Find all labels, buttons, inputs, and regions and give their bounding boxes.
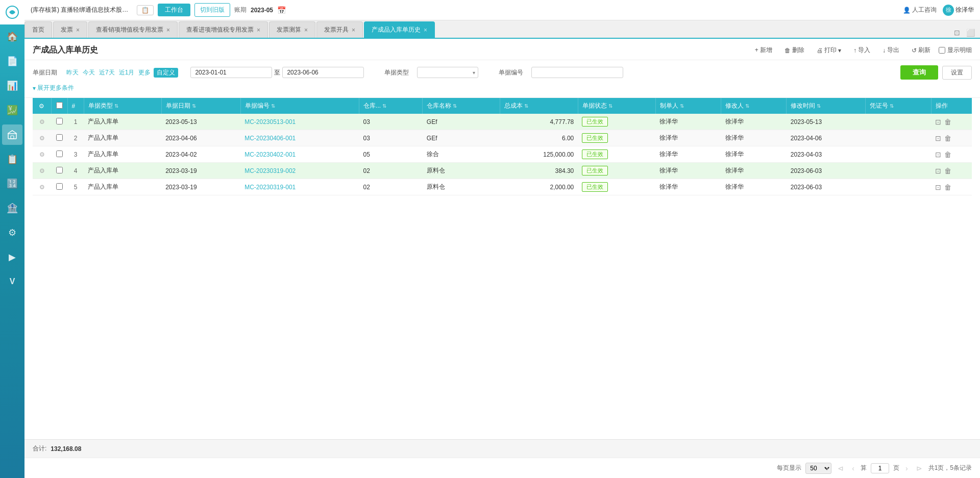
row-code-link[interactable]: MC-20230319-001 — [244, 184, 296, 191]
sidebar-item-asset[interactable]: 🏦 — [2, 198, 22, 218]
row-settings-icon[interactable]: ⚙ — [33, 146, 51, 163]
query-button[interactable]: 查询 — [900, 65, 938, 80]
sidebar-item-config[interactable]: ⚙ — [2, 222, 22, 243]
tab-home[interactable]: 首页 — [24, 21, 52, 38]
sidebar-item-warehouse[interactable] — [2, 124, 22, 145]
row-checkbox[interactable] — [56, 167, 63, 173]
delete-row-icon[interactable]: 🗑 — [944, 134, 951, 142]
sidebar-item-chart[interactable]: 📊 — [2, 76, 22, 96]
switch-version-button[interactable]: 切到旧版 — [194, 3, 230, 17]
print-button[interactable]: 🖨 打印 ▾ — [813, 44, 845, 57]
tab-product-history-close[interactable]: × — [424, 27, 427, 34]
tab-open-close[interactable]: × — [352, 27, 355, 34]
tab-open[interactable]: 发票开具 × — [316, 21, 363, 38]
row-checkbox-cell[interactable] — [51, 146, 67, 163]
shortcut-more[interactable]: 更多 — [137, 68, 152, 77]
row-code-link[interactable]: MC-20230402-001 — [244, 151, 296, 158]
th-voucher[interactable]: 凭证号⇅ — [866, 98, 931, 114]
page-size-select[interactable]: 50 100 — [805, 463, 831, 474]
expand-conditions-btn[interactable]: ▾ 展开更多条件 — [33, 84, 74, 92]
select-all-checkbox[interactable] — [56, 102, 63, 109]
row-code[interactable]: MC-20230319-002 — [240, 163, 359, 179]
tab-calc[interactable]: 发票测算 × — [269, 21, 315, 38]
row-settings-icon[interactable]: ⚙ — [33, 163, 51, 179]
row-code-link[interactable]: MC-20230513-001 — [244, 118, 296, 125]
row-settings-icon[interactable]: ⚙ — [33, 130, 51, 146]
settings-button[interactable]: 设置 — [942, 66, 972, 80]
th-total-cost[interactable]: 总成本⇅ — [500, 98, 578, 114]
user-name-btn[interactable]: 徐 徐泽华 — [943, 5, 974, 16]
th-modifier[interactable]: 修改人⇅ — [721, 98, 787, 114]
shortcut-7days[interactable]: 近7天 — [98, 68, 116, 77]
row-checkbox[interactable] — [56, 118, 63, 124]
delete-button[interactable]: 🗑 删除 — [780, 44, 808, 57]
sidebar-item-finance[interactable]: 💹 — [2, 100, 22, 120]
tab-check-purchase-close[interactable]: × — [257, 27, 260, 34]
th-modify-time[interactable]: 修改时间⇅ — [787, 98, 866, 114]
row-code-link[interactable]: MC-20230406-001 — [244, 135, 296, 142]
sidebar-item-v[interactable]: V — [2, 271, 22, 292]
shortcut-1month[interactable]: 近1月 — [118, 68, 136, 77]
row-checkbox-cell[interactable] — [51, 114, 67, 130]
shortcut-custom[interactable]: 自定义 — [154, 68, 178, 78]
row-code[interactable]: MC-20230513-001 — [240, 114, 359, 130]
date-end-input[interactable] — [282, 67, 364, 78]
shortcut-yesterday[interactable]: 昨天 — [65, 68, 80, 77]
refresh-button[interactable]: ↺ 刷新 — [908, 44, 935, 57]
row-checkbox[interactable] — [56, 183, 63, 190]
row-code[interactable]: MC-20230319-001 — [240, 179, 359, 195]
row-settings-icon[interactable]: ⚙ — [33, 114, 51, 130]
th-warehouse-code[interactable]: 仓库...⇅ — [359, 98, 423, 114]
row-checkbox-cell[interactable] — [51, 163, 67, 179]
period-calendar-icon[interactable]: 📅 — [277, 6, 286, 14]
edit-icon[interactable]: ⊡ — [935, 183, 941, 191]
th-code[interactable]: 单据编号⇅ — [240, 98, 359, 114]
export-button[interactable]: ↓ 导出 — [878, 44, 903, 57]
edit-icon[interactable]: ⊡ — [935, 118, 941, 126]
page-number-input[interactable] — [871, 463, 889, 473]
page-prev-btn[interactable]: ‹ — [850, 463, 856, 473]
th-settings[interactable]: ⚙ — [33, 98, 51, 114]
type-select[interactable] — [417, 67, 478, 78]
date-start-input[interactable] — [190, 67, 272, 78]
shortcut-today[interactable]: 今天 — [82, 68, 96, 77]
row-code[interactable]: MC-20230406-001 — [240, 130, 359, 146]
window-maximize-btn[interactable]: ⬜ — [965, 28, 976, 38]
tab-check-purchase[interactable]: 查看进项增值税专用发票 × — [179, 21, 268, 38]
delete-row-icon[interactable]: 🗑 — [944, 118, 951, 126]
edit-icon[interactable]: ⊡ — [935, 134, 941, 142]
row-code[interactable]: MC-20230402-001 — [240, 146, 359, 163]
show-detail-checkbox[interactable] — [939, 47, 945, 54]
sidebar-item-invoice[interactable]: 📄 — [2, 51, 22, 71]
app-logo[interactable] — [0, 0, 24, 24]
tab-check-sales[interactable]: 查看销项增值税专用发票 × — [88, 21, 178, 38]
page-next-btn[interactable]: › — [903, 463, 910, 473]
tab-check-sales-close[interactable]: × — [166, 27, 170, 34]
doc-btn[interactable]: 📋 — [137, 5, 154, 15]
edit-icon[interactable]: ⊡ — [935, 150, 941, 159]
row-settings-icon[interactable]: ⚙ — [33, 179, 51, 195]
delete-row-icon[interactable]: 🗑 — [944, 150, 951, 159]
page-last-btn[interactable]: ⊳ — [914, 463, 924, 473]
edit-icon[interactable]: ⊡ — [935, 167, 941, 175]
workbench-button[interactable]: 工作台 — [158, 4, 190, 16]
th-check[interactable] — [51, 98, 67, 114]
row-checkbox-cell[interactable] — [51, 130, 67, 146]
th-warehouse-name[interactable]: 仓库名称⇅ — [423, 98, 500, 114]
number-input[interactable] — [531, 67, 623, 78]
window-restore-btn[interactable]: ⊡ — [953, 28, 961, 38]
import-button[interactable]: ↑ 导入 — [849, 44, 874, 57]
th-date[interactable]: 单据日期⇅ — [161, 98, 240, 114]
row-code-link[interactable]: MC-20230319-002 — [244, 167, 296, 174]
user-service[interactable]: 👤 人工咨询 — [903, 6, 937, 14]
th-creator[interactable]: 制单人⇅ — [655, 98, 721, 114]
show-detail-check[interactable]: 显示明细 — [939, 46, 972, 55]
sidebar-item-calc[interactable]: 🔢 — [2, 173, 22, 194]
tab-product-history[interactable]: 产成品入库单历史 × — [364, 21, 435, 38]
tab-invoice[interactable]: 发票 × — [53, 21, 87, 38]
sidebar-item-video[interactable]: ▶ — [2, 247, 22, 267]
page-first-btn[interactable]: ⊲ — [836, 463, 846, 473]
sidebar-item-home[interactable]: 🏠 — [2, 27, 22, 47]
tab-calc-close[interactable]: × — [304, 27, 308, 34]
th-type[interactable]: 单据类型⇅ — [84, 98, 161, 114]
